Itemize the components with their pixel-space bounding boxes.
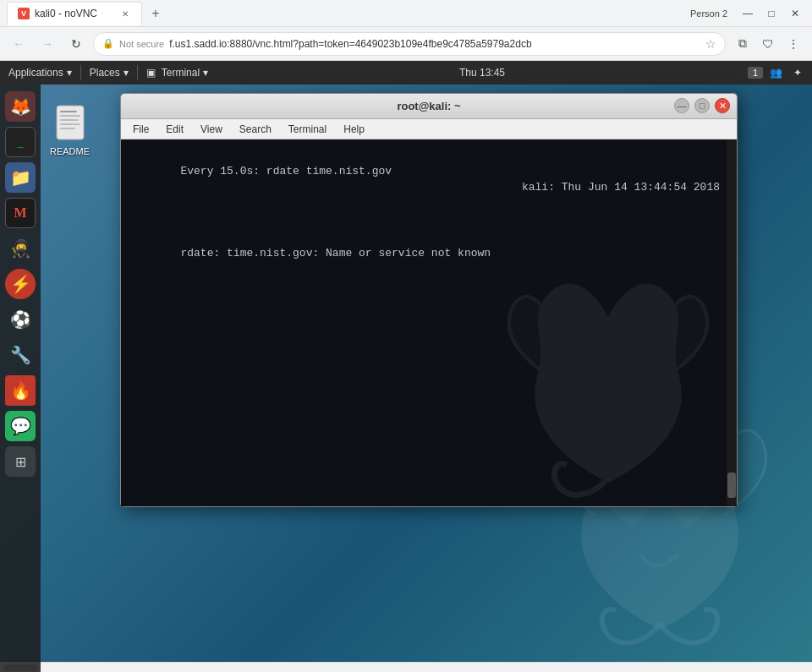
menu-button[interactable]: ⋮ xyxy=(782,32,805,56)
terminal-content[interactable]: Every 15.0s: rdate time.nist.gov kali: T… xyxy=(121,139,737,506)
shield-button[interactable]: 🛡 xyxy=(756,32,780,56)
terminal-menu-help[interactable]: Help xyxy=(335,119,373,139)
terminal-dock-icon: _ xyxy=(17,136,23,148)
burp-icon: ⚡ xyxy=(10,274,31,294)
terminal-menu-label: Terminal xyxy=(162,67,200,79)
not-secure-label: Not secure xyxy=(119,39,164,49)
tab-title: kali0 - noVNC xyxy=(35,8,97,19)
dock-chat[interactable]: 💬 xyxy=(5,411,36,441)
places-menu[interactable]: Places ▾ xyxy=(81,61,137,85)
settings-icon-button[interactable]: ✦ xyxy=(788,63,807,82)
dock-burp[interactable]: ⚡ xyxy=(5,269,36,299)
readme-label: README xyxy=(50,146,90,156)
desktop-area: Applications ▾ Places ▾ ▣ Terminal ▾ Thu… xyxy=(0,61,812,672)
svg-point-8 xyxy=(575,343,594,362)
applications-dropdown-icon: ▾ xyxy=(67,67,72,79)
terminal-scrollbar[interactable] xyxy=(727,139,737,506)
svg-point-9 xyxy=(623,343,641,362)
apps-grid-icon: ⊞ xyxy=(15,454,26,470)
address-bar[interactable]: 🔒 Not secure f.us1.sadd.io:8880/vnc.html… xyxy=(93,32,726,56)
settings-icon: ✦ xyxy=(793,67,802,79)
terminal-close-button[interactable]: ✕ xyxy=(715,98,730,113)
reload-icon: ↻ xyxy=(71,37,81,51)
terminal-window: root@kali: ~ — □ ✕ File Edit View Search… xyxy=(120,93,738,507)
dock-files[interactable]: 📁 xyxy=(5,162,36,193)
forward-button[interactable]: → xyxy=(36,32,59,56)
svg-rect-4 xyxy=(60,115,80,117)
workspace-indicator[interactable]: 1 xyxy=(748,67,763,79)
terminal-maximize-button[interactable]: □ xyxy=(694,98,710,113)
url-text: f.us1.sadd.io:8880/vnc.html?path=token=4… xyxy=(169,38,700,50)
reload-button[interactable]: ↻ xyxy=(64,32,88,56)
terminal-window-buttons: — □ ✕ xyxy=(674,98,730,113)
terminal-menu-search-label: Search xyxy=(239,123,272,135)
terminal-menu-search[interactable]: Search xyxy=(231,119,280,139)
readme-desktop-icon[interactable]: README xyxy=(47,99,93,160)
tab-favicon: V xyxy=(18,8,30,19)
ninja-icon: 🥷 xyxy=(10,238,31,259)
dock-apps[interactable]: ⊞ xyxy=(5,446,36,477)
browser-scrollbar[interactable] xyxy=(0,662,812,672)
terminal-minimize-button[interactable]: — xyxy=(674,98,689,113)
svg-rect-7 xyxy=(60,128,75,129)
kali-dock: 🦊 _ 📁 M 🥷 ⚡ ⚽ 🔧 🔥 💬 ⊞ xyxy=(0,85,41,672)
svg-rect-3 xyxy=(60,111,77,112)
new-tab-button[interactable]: + xyxy=(145,3,166,24)
soccer-icon: ⚽ xyxy=(10,309,31,330)
terminal-menubar: File Edit View Search Terminal Help xyxy=(121,119,737,139)
person-label: Person 2 xyxy=(690,8,727,19)
dock-flash[interactable]: 🔥 xyxy=(5,375,36,406)
dock-ninja[interactable]: 🥷 xyxy=(5,233,36,264)
close-button[interactable]: ✕ xyxy=(785,3,805,24)
taskbar-right: 1 👥 ✦ xyxy=(748,63,812,82)
taskbar-menu: Applications ▾ Places ▾ ▣ Terminal ▾ xyxy=(0,61,217,85)
browser-tab[interactable]: V kali0 - noVNC ✕ xyxy=(7,2,142,25)
maltego-icon: 🔧 xyxy=(10,345,31,365)
maximize-button[interactable]: □ xyxy=(761,3,782,24)
people-icon-button[interactable]: 👥 xyxy=(766,63,785,82)
browser-toolbar: ← → ↻ 🔒 Not secure f.us1.sadd.io:8880/vn… xyxy=(0,27,812,61)
terminal-line-1-right: kali: Thu Jun 14 13:44:54 2018 xyxy=(522,179,720,196)
menu-icon: ⋮ xyxy=(787,37,799,51)
dock-firefox[interactable]: 🦊 xyxy=(5,91,36,122)
chat-icon: 💬 xyxy=(10,416,31,436)
dock-metasploit[interactable]: M xyxy=(5,198,36,228)
terminal-scroll-thumb[interactable] xyxy=(727,473,736,498)
kali-taskbar: Applications ▾ Places ▾ ▣ Terminal ▾ Thu… xyxy=(0,61,812,85)
terminal-menu-help-label: Help xyxy=(343,123,365,135)
terminal-menu-icon: ▣ xyxy=(146,67,156,79)
clock-time: Thu 13:45 xyxy=(459,67,505,79)
terminal-menu-terminal[interactable]: Terminal xyxy=(280,119,335,139)
extensions-button[interactable]: ⧉ xyxy=(731,32,754,56)
people-icon: 👥 xyxy=(770,67,782,79)
firefox-icon: 🦊 xyxy=(10,96,31,117)
dock-terminal[interactable]: _ xyxy=(5,127,36,157)
applications-menu[interactable]: Applications ▾ xyxy=(0,61,80,85)
terminal-menu-edit[interactable]: Edit xyxy=(157,119,192,139)
shield-icon: 🛡 xyxy=(762,37,774,51)
svg-rect-6 xyxy=(60,123,80,125)
terminal-menu-edit-label: Edit xyxy=(166,123,184,135)
terminal-menu-terminal-label: Terminal xyxy=(288,123,326,135)
dock-maltego[interactable]: 🔧 xyxy=(5,340,36,370)
extensions-icon: ⧉ xyxy=(738,36,747,51)
terminal-menu-file-label: File xyxy=(133,123,149,135)
terminal-menu-file[interactable]: File xyxy=(124,119,157,139)
back-icon: ← xyxy=(13,37,25,51)
terminal-menu-view[interactable]: View xyxy=(192,119,231,139)
tab-close-button[interactable]: ✕ xyxy=(119,8,131,19)
bookmark-icon[interactable]: ☆ xyxy=(705,37,716,51)
tab-area: V kali0 - noVNC ✕ + xyxy=(7,2,690,25)
terminal-line-1: Every 15.0s: rdate time.nist.gov kali: T… xyxy=(128,146,730,212)
terminal-menu[interactable]: ▣ Terminal ▾ xyxy=(138,61,217,85)
terminal-menu-view-label: View xyxy=(200,123,222,135)
back-button[interactable]: ← xyxy=(7,32,30,56)
dock-soccer[interactable]: ⚽ xyxy=(5,304,36,335)
taskbar-clock: Thu 13:45 xyxy=(217,67,748,79)
minimize-button[interactable]: — xyxy=(738,3,758,24)
window-controls: Person 2 — □ ✕ xyxy=(690,3,805,24)
terminal-line-blank xyxy=(128,212,730,229)
terminal-dropdown-icon: ▾ xyxy=(203,67,208,79)
terminal-titlebar: root@kali: ~ — □ ✕ xyxy=(121,94,737,119)
readme-icon xyxy=(53,102,87,143)
